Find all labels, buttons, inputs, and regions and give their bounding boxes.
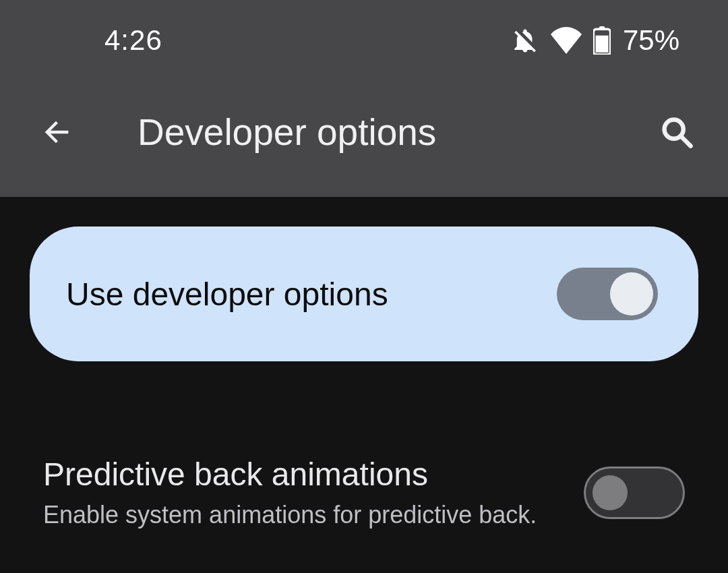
- svg-line-4: [681, 137, 691, 146]
- back-button[interactable]: [32, 108, 81, 156]
- svg-rect-1: [599, 26, 605, 30]
- toggle-thumb: [610, 272, 653, 315]
- wifi-icon: [550, 27, 582, 54]
- app-bar: Developer options: [0, 81, 728, 197]
- master-toggle-label: Use developer options: [66, 276, 388, 313]
- master-toggle-card[interactable]: Use developer options: [30, 227, 698, 361]
- arrow-left-icon: [39, 115, 74, 150]
- search-icon: [659, 115, 694, 150]
- setting-title: Predictive back animations: [43, 456, 557, 493]
- status-bar: 4:26 75%: [0, 0, 728, 81]
- notifications-off-icon: [511, 26, 539, 55]
- page-title: Developer options: [138, 111, 653, 154]
- svg-rect-2: [595, 36, 608, 53]
- predictive-back-toggle-switch[interactable]: [584, 466, 685, 519]
- setting-texts: Predictive back animations Enable system…: [43, 456, 584, 530]
- status-time: 4:26: [104, 24, 162, 57]
- toggle-thumb: [593, 475, 628, 510]
- setting-subtitle: Enable system animations for predictive …: [43, 500, 557, 530]
- search-button[interactable]: [653, 108, 701, 156]
- setting-predictive-back[interactable]: Predictive back animations Enable system…: [30, 456, 698, 530]
- battery-percent: 75%: [623, 24, 679, 57]
- header-block: 4:26 75%: [0, 0, 728, 197]
- content-area: Use developer options Predictive back an…: [0, 197, 728, 530]
- battery-icon: [593, 26, 611, 55]
- status-icons: 75%: [511, 24, 679, 57]
- master-toggle-switch[interactable]: [557, 268, 658, 320]
